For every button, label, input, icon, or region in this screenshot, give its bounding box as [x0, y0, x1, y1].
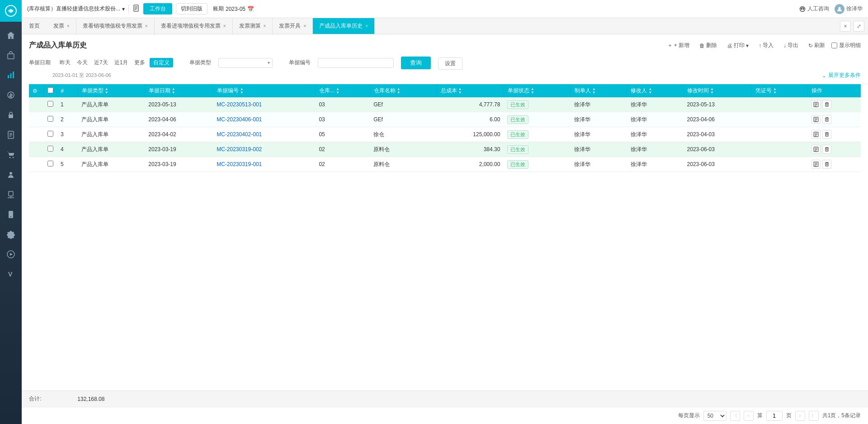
page-prev-button[interactable]: ＜: [744, 411, 754, 421]
switch-version-button[interactable]: 切到旧版: [176, 3, 208, 14]
row-checkbox-1[interactable]: [47, 116, 53, 122]
export-button[interactable]: ↓ 导出: [780, 40, 802, 51]
expand-filter-button[interactable]: ⌄ 展开更多条件: [822, 71, 861, 79]
action-edit-1[interactable]: [811, 115, 821, 124]
tab-invoice[interactable]: 发票 ×: [47, 18, 76, 34]
tab-product-in[interactable]: 产成品入库单历史 ×: [313, 18, 375, 34]
sidebar-item-play[interactable]: [0, 244, 22, 264]
number-link-0[interactable]: MC-20230513-001: [217, 101, 262, 108]
tab-open-invoice[interactable]: 发票开具 ×: [273, 18, 313, 34]
select-all-checkbox[interactable]: [47, 87, 53, 93]
th-warehouse-code[interactable]: 仓库...▲▼: [315, 84, 370, 97]
sidebar-item-lock[interactable]: [0, 105, 22, 125]
th-modify-time[interactable]: 修改时间▲▼: [684, 84, 752, 97]
action-delete-0[interactable]: [822, 100, 831, 109]
page-next-button[interactable]: ＞: [795, 411, 805, 421]
reset-button[interactable]: 设置: [438, 57, 462, 70]
user-menu[interactable]: 徐泽华: [835, 4, 863, 14]
service-button[interactable]: 人工咨询: [799, 5, 829, 13]
refresh-button[interactable]: ↻ 刷新: [805, 40, 829, 51]
tab-product-in-close[interactable]: ×: [365, 24, 368, 29]
sidebar-item-stamp[interactable]: [0, 185, 22, 205]
th-modifier[interactable]: 修改人▲▼: [627, 84, 684, 97]
date-7days[interactable]: 近7天: [92, 58, 110, 67]
th-type[interactable]: 单据类型▲▼: [78, 84, 145, 97]
tab-home[interactable]: 首页: [22, 22, 47, 30]
svg-rect-2: [8, 75, 9, 78]
tab-close-all-button[interactable]: ×: [840, 21, 851, 32]
cell-checkbox-4: [43, 157, 57, 172]
tab-calc-invoice-close[interactable]: ×: [264, 24, 266, 29]
sidebar-item-home[interactable]: [0, 25, 22, 45]
calendar-icon[interactable]: 📅: [247, 6, 254, 12]
page-number-input[interactable]: [766, 411, 783, 421]
page-last-button[interactable]: 》: [809, 411, 819, 421]
number-link-3[interactable]: MC-20230319-002: [217, 146, 262, 152]
sidebar-item-v[interactable]: V: [0, 264, 22, 284]
workbench-button[interactable]: 工作台: [143, 3, 172, 14]
number-link-2[interactable]: MC-20230402-001: [217, 131, 262, 138]
svg-rect-30: [826, 103, 828, 106]
date-yesterday[interactable]: 昨天: [58, 58, 72, 67]
sidebar-item-gear[interactable]: [0, 224, 22, 244]
number-link-1[interactable]: MC-20230406-001: [217, 116, 262, 123]
print-button[interactable]: 🖨 打印 ▾: [723, 40, 752, 51]
th-settings[interactable]: ⚙: [29, 84, 43, 97]
action-edit-4[interactable]: [811, 160, 821, 169]
query-button[interactable]: 查询: [401, 57, 431, 69]
company-selector[interactable]: (库存核算）直播轻捷通信息技术股份... ▾: [27, 5, 125, 13]
action-edit-2[interactable]: [811, 130, 821, 139]
document-icon[interactable]: [132, 5, 140, 13]
tab-calc-invoice[interactable]: 发票测算 ×: [233, 18, 273, 34]
tab-sales-vat[interactable]: 查看销项增值税专用发票 ×: [76, 18, 155, 34]
tab-maximize-button[interactable]: ⤢: [854, 21, 864, 32]
sidebar-item-cart[interactable]: [0, 145, 22, 165]
import-button[interactable]: ↑ 导入: [755, 40, 777, 51]
tab-sales-vat-close[interactable]: ×: [145, 24, 148, 29]
date-today[interactable]: 今天: [75, 58, 90, 67]
date-custom-button[interactable]: 自定义: [150, 58, 173, 67]
app-logo[interactable]: [0, 0, 22, 22]
type-select[interactable]: 产品入库单: [218, 58, 273, 68]
tab-open-invoice-close[interactable]: ×: [303, 24, 306, 29]
company-dropdown-icon: ▾: [122, 6, 125, 12]
tab-invoice-close[interactable]: ×: [67, 24, 70, 29]
page-size-select[interactable]: 20 50 100: [703, 411, 726, 421]
delete-button[interactable]: 🗑 删除: [696, 40, 721, 51]
row-checkbox-2[interactable]: [47, 131, 53, 137]
th-creator[interactable]: 制单人▲▼: [571, 84, 627, 97]
action-edit-3[interactable]: [811, 145, 821, 154]
cell-status-3: 已生效: [504, 142, 571, 157]
sidebar-item-chart[interactable]: [0, 65, 22, 85]
sidebar-item-finance[interactable]: [0, 85, 22, 105]
page-first-button[interactable]: 《: [730, 411, 740, 421]
action-edit-0[interactable]: [811, 100, 821, 109]
row-checkbox-0[interactable]: [47, 101, 53, 107]
date-1month[interactable]: 近1月: [113, 58, 130, 67]
th-date[interactable]: 单据日期▲▼: [145, 84, 213, 97]
action-delete-4[interactable]: [822, 160, 831, 169]
row-checkbox-4[interactable]: [47, 161, 53, 167]
th-voucher[interactable]: 凭证号▲▼: [751, 84, 808, 97]
display-toggle-checkbox[interactable]: [831, 43, 837, 48]
sidebar-item-doc[interactable]: [0, 125, 22, 145]
status-badge-0: 已生效: [507, 100, 528, 109]
number-input[interactable]: [318, 58, 394, 68]
tab-purchase-vat-close[interactable]: ×: [223, 24, 226, 29]
sidebar-item-people[interactable]: [0, 165, 22, 185]
tab-purchase-vat[interactable]: 查看进项增值税专用发票 ×: [155, 18, 233, 34]
action-delete-3[interactable]: [822, 145, 831, 154]
pagination-bar: 每页显示 20 50 100 《 ＜ 算 页 ＞ 》 共1页，5条记录: [22, 407, 868, 424]
number-link-4[interactable]: MC-20230319-001: [217, 161, 262, 167]
new-button[interactable]: ＋ + 新增: [664, 40, 693, 51]
sidebar-item-phone[interactable]: [0, 205, 22, 224]
action-delete-2[interactable]: [822, 130, 831, 139]
th-number[interactable]: 单据编号▲▼: [213, 84, 315, 97]
th-status[interactable]: 单据状态▲▼: [504, 84, 571, 97]
date-more[interactable]: 更多: [132, 58, 147, 67]
action-delete-1[interactable]: [822, 115, 831, 124]
row-checkbox-3[interactable]: [47, 146, 53, 152]
sidebar-item-company[interactable]: [0, 45, 22, 65]
th-warehouse-name[interactable]: 仓库名称▲▼: [370, 84, 437, 97]
th-total-cost[interactable]: 总成本▲▼: [437, 84, 504, 97]
